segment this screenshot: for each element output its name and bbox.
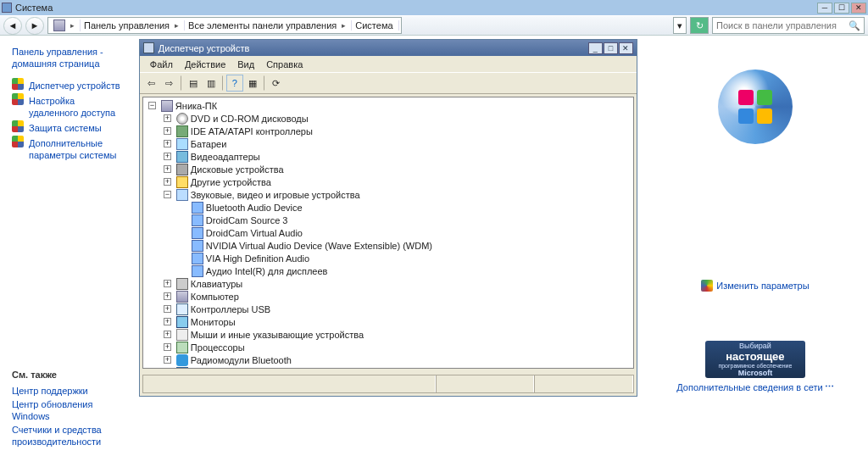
expand-icon[interactable]: + xyxy=(164,114,171,122)
dm-minimize-button[interactable]: _ xyxy=(588,42,603,54)
expand-icon[interactable]: + xyxy=(164,318,171,325)
tree-category[interactable]: +Контроллеры USB xyxy=(164,303,633,315)
expand-icon[interactable]: + xyxy=(164,356,171,364)
tree-category[interactable]: +Дисковые устройства xyxy=(164,163,633,175)
category-icon xyxy=(176,278,188,290)
change-settings-label: Изменить параметры xyxy=(716,281,809,291)
category-icon xyxy=(176,125,188,137)
device-label: DroidCam Virtual Audio xyxy=(206,228,303,238)
expand-icon[interactable]: + xyxy=(164,127,171,135)
search-input[interactable] xyxy=(716,20,849,31)
back-button[interactable]: ◄ xyxy=(3,17,22,35)
shield-icon xyxy=(12,78,24,90)
category-label: Мониторы xyxy=(191,317,236,327)
tree-category[interactable]: +Мониторы xyxy=(164,315,633,328)
menu-item[interactable]: Вид xyxy=(232,58,259,70)
see-also-header: См. также xyxy=(12,370,125,380)
dm-titlebar[interactable]: Диспетчер устройств _ □ ✕ xyxy=(140,40,637,56)
category-icon xyxy=(176,138,188,150)
refresh-button[interactable]: ↻ xyxy=(690,17,709,34)
tree-device[interactable]: Аудио Intel(R) для дисплеев xyxy=(179,264,633,277)
device-label: Аудио Intel(R) для дисплеев xyxy=(206,266,328,276)
genuine-ms-badge[interactable]: Выбирай настоящее программное обеспечени… xyxy=(705,341,805,378)
dm-close-button[interactable]: ✕ xyxy=(619,42,633,54)
menu-item[interactable]: Файл xyxy=(145,58,178,70)
change-settings-link[interactable]: Изменить параметры xyxy=(701,280,809,292)
device-icon xyxy=(192,253,203,264)
category-label: Контроллеры USB xyxy=(191,304,270,314)
search-box[interactable]: 🔍 xyxy=(712,17,865,34)
expand-icon[interactable]: + xyxy=(164,280,171,287)
see-also-link[interactable]: Центр поддержки xyxy=(12,385,125,397)
expand-icon[interactable]: + xyxy=(164,305,171,313)
tree-device[interactable]: VIA High Definition Audio xyxy=(179,252,633,264)
tree-category[interactable]: +DVD и CD-ROM дисководы xyxy=(164,112,633,125)
online-info-label: Дополнительные сведения в сети xyxy=(676,382,822,392)
tree-category[interactable]: +Компьютер xyxy=(164,290,633,303)
tb-scan-icon[interactable]: ⟳ xyxy=(268,75,285,92)
see-also-link[interactable]: Центр обновления Windows xyxy=(12,398,125,422)
shield-icon xyxy=(701,280,713,292)
tree-root[interactable]: −Яника-ПК xyxy=(148,99,633,112)
sidebar-task-link[interactable]: Дополнительные параметры системы xyxy=(29,137,125,161)
device-tree[interactable]: −Яника-ПК+DVD и CD-ROM дисководы+IDE ATA… xyxy=(142,97,634,369)
expand-icon[interactable]: + xyxy=(164,343,171,351)
tree-device[interactable]: NVIDIA Virtual Audio Device (Wave Extens… xyxy=(179,239,633,252)
breadcrumb-part[interactable]: Панель управления xyxy=(81,20,185,31)
menu-item[interactable]: Действие xyxy=(180,58,231,70)
close-button[interactable]: ✕ xyxy=(851,3,866,14)
tb-view-icon[interactable]: ▥ xyxy=(203,75,220,92)
tree-category[interactable]: +Мыши и иные указывающие устройства xyxy=(164,328,633,341)
breadcrumb-part[interactable]: Все элементы панели управления xyxy=(185,20,352,31)
sidebar-task-link[interactable]: Защита системы xyxy=(29,122,102,134)
computer-icon xyxy=(53,19,65,31)
tree-category[interactable]: +Клавиатуры xyxy=(164,277,633,290)
tb-up-icon[interactable]: ▤ xyxy=(185,75,202,92)
device-label: VIA High Definition Audio xyxy=(206,253,309,264)
tb-help-icon[interactable]: ? xyxy=(226,75,243,92)
tree-device[interactable]: DroidCam Source 3 xyxy=(179,214,633,226)
tree-device[interactable]: Bluetooth Audio Device xyxy=(179,201,633,214)
dm-toolbar: ⇦ ⇨ ▤ ▥ ? ▦ ⟳ xyxy=(140,72,637,94)
sidebar-task-link[interactable]: Настройка удаленного доступа xyxy=(29,95,125,119)
shield-icon xyxy=(12,120,24,132)
tree-category[interactable]: +Другие устройства xyxy=(164,175,633,188)
dm-menubar: ФайлДействиеВидСправка xyxy=(140,56,637,72)
expand-icon[interactable]: + xyxy=(164,140,171,147)
expand-icon[interactable]: + xyxy=(164,153,171,160)
shield-icon xyxy=(12,136,24,147)
breadcrumb-dropdown[interactable]: ▾ xyxy=(673,17,687,34)
tree-category[interactable]: +Видеоадаптеры xyxy=(164,150,633,163)
category-icon xyxy=(176,354,188,366)
sidebar-task-link[interactable]: Диспетчер устройств xyxy=(29,80,120,92)
tb-back-icon[interactable]: ⇦ xyxy=(143,75,160,92)
tree-category[interactable]: +IDE ATA/ATAPI контроллеры xyxy=(164,125,633,137)
collapse-icon[interactable]: − xyxy=(148,102,156,109)
forward-button[interactable]: ► xyxy=(25,17,44,35)
tree-category[interactable]: −Звуковые, видео и игровые устройства xyxy=(164,188,633,201)
tree-category[interactable]: +Батареи xyxy=(164,137,633,150)
expand-icon[interactable]: + xyxy=(164,292,171,300)
minimize-button[interactable]: ─ xyxy=(817,3,832,14)
tree-category[interactable]: +Процессоры xyxy=(164,341,633,353)
expand-icon[interactable]: − xyxy=(164,191,171,198)
tree-category[interactable]: +Радиомодули Bluetooth xyxy=(164,353,633,366)
breadcrumb-part[interactable]: Система xyxy=(352,20,398,31)
breadcrumb[interactable]: Панель управления Все элементы панели уп… xyxy=(47,17,402,34)
maximize-button[interactable]: ☐ xyxy=(834,3,849,14)
dm-maximize-button[interactable]: □ xyxy=(604,42,618,54)
tb-forward-icon[interactable]: ⇨ xyxy=(161,75,178,92)
tree-device[interactable]: DroidCam Virtual Audio xyxy=(179,226,633,239)
see-also-link[interactable]: Счетчики и средства производительности xyxy=(12,424,125,448)
expand-icon[interactable]: + xyxy=(164,165,171,173)
tb-properties-icon[interactable]: ▦ xyxy=(244,75,261,92)
window-title: Система xyxy=(15,3,53,13)
menu-item[interactable]: Справка xyxy=(261,58,308,70)
expand-icon[interactable]: + xyxy=(164,178,171,186)
computer-icon xyxy=(161,100,173,112)
expand-icon[interactable]: + xyxy=(164,331,171,338)
tree-category[interactable]: +Сетевые адаптеры xyxy=(164,366,633,369)
category-icon xyxy=(176,189,188,201)
control-panel-home-link[interactable]: Панель управления - домашняя страница xyxy=(12,46,125,70)
online-info-link[interactable]: Дополнительные сведения в сети xyxy=(676,381,833,392)
